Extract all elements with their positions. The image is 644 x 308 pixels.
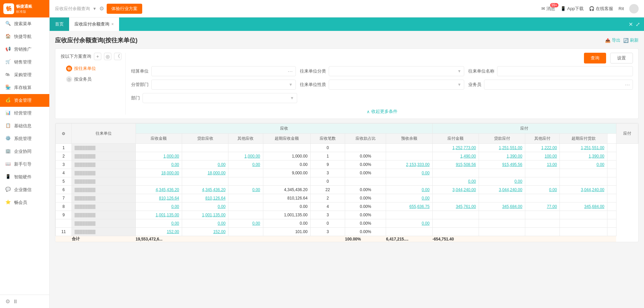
main-content: 应收应付余额查询(按往来单位) 📤 导出 🔄 刷新 按以下方案查询 + ◎ 《 <box>50 31 644 308</box>
sidebar-item-search-menu[interactable]: 🔍 搜索菜单 <box>0 17 49 30</box>
filter-target-btn[interactable]: ◎ <box>104 53 111 60</box>
footer-label: 合计 <box>72 236 136 242</box>
settlement-unit-input[interactable]: ··· <box>151 66 296 76</box>
sidebar-item-base-info[interactable]: 📋 基础信息 <box>0 120 49 132</box>
footer-ys-ratio: 100.00% <box>345 236 386 242</box>
scheme-by-unit[interactable]: 畅 按往来单位 <box>63 64 121 73</box>
salesman-dots[interactable]: ··· <box>625 81 630 88</box>
avatar[interactable] <box>629 4 639 13</box>
salesman-input[interactable]: ··· <box>484 80 633 90</box>
sidebar-item-fund[interactable]: 💰 资金管理 <box>0 94 49 107</box>
table-row: 9████████1,001,135.001,001,135.001,001,1… <box>56 211 638 219</box>
unit-nature-chevron: ▼ <box>457 82 461 87</box>
tab-actions: ✕ ⤢ <box>625 17 644 31</box>
footer-ys-prepay: 6,417,215.... <box>386 236 432 242</box>
table-row: 8████████0.000.000.0040.00%655,636.75345… <box>56 203 638 211</box>
th-extra: 应付 <box>616 124 638 144</box>
th-group-yingfu: 应付 <box>432 124 616 134</box>
table-row: 4████████18,000.0018,000.009,000.0030.00… <box>56 169 638 177</box>
settlement-unit-dots[interactable]: ··· <box>288 68 293 75</box>
refresh-icon: 🔄 <box>623 38 629 43</box>
filter-row-1: 结算单位 ··· 往来单位分类 ▼ 往来单位 <box>131 66 633 76</box>
sidebar-item-quick-nav[interactable]: 🏠 快捷导航 <box>0 30 49 43</box>
query-button[interactable]: 查询 <box>584 53 606 63</box>
table-row: 5████████00.000.00 <box>56 177 638 186</box>
app-download-link[interactable]: 📱 App下载 <box>560 6 584 12</box>
th-settings[interactable]: ⚙ <box>56 124 72 144</box>
table-row: ████████0.000.000.000.0000.00%0.00 <box>56 219 638 228</box>
filter-add-btn[interactable]: + <box>94 53 101 60</box>
sidebar-item-wechat[interactable]: 💬 企业微信 <box>0 183 49 196</box>
th-ys-other: 其他应收 <box>228 134 263 144</box>
tab-balance-query-label: 应收应付余额查询 <box>74 21 109 27</box>
sales-icon: 🛒 <box>5 59 11 65</box>
dept-select[interactable]: ▼ <box>151 80 296 90</box>
collapse-icon[interactable]: ⏸ <box>13 299 18 305</box>
filter-collapse-btn[interactable]: ∧ 收起更多条件 <box>131 106 633 115</box>
filter-row-2: 分管部门 ▼ 往来单位性质 ▼ 业务员 <box>131 80 633 90</box>
online-service-link[interactable]: 🎧 在线客服 <box>589 6 613 12</box>
department-select[interactable]: ▼ <box>143 93 297 103</box>
footer-ys-amount: 19,553,472,6... <box>136 236 182 242</box>
tabbar: 首页 应收应付余额查询 × ✕ ⤢ <box>50 17 644 31</box>
sidebar-item-guide[interactable]: 📖 新手引导 <box>0 158 49 171</box>
table-row: 3████████0.000.000.000.0090.00%2,153,333… <box>56 161 638 169</box>
th-yf-overdue: 超期应付货款 <box>560 134 607 144</box>
user-name[interactable]: Rit <box>619 6 624 11</box>
table-row: 11████████152.00152.00101.0030.00% <box>56 228 638 236</box>
filter-back-btn[interactable]: 《 <box>114 53 121 60</box>
message-badge: 99+ <box>550 3 558 7</box>
sidebar-item-marketing[interactable]: 📢 营销推广 <box>0 43 49 56</box>
th-ys-count: 应收笔数 <box>310 134 345 144</box>
sidebar-item-operation[interactable]: 📊 经营管理 <box>0 107 49 120</box>
unit-category-select[interactable]: ▼ <box>329 66 465 76</box>
filter-dept: 分管部门 ▼ <box>131 80 296 90</box>
table-row: 1████████01,252,773.001,251,551.001,222.… <box>56 144 638 152</box>
filter-unit-category: 往来单位分类 ▼ <box>300 66 465 76</box>
solution-button[interactable]: 体验行业方案 <box>107 4 142 14</box>
tab-close-window-icon[interactable]: ✕ <box>629 21 633 28</box>
filter-department: 部门 ▼ <box>131 93 297 103</box>
settings-button[interactable]: 设置 <box>610 53 633 63</box>
fund-icon: 💰 <box>5 97 11 103</box>
sidebar-item-vip[interactable]: ⭐ 畅会员 <box>0 196 49 209</box>
sidebar-item-purchase[interactable]: 🛍 采购管理 <box>0 69 49 81</box>
table-row: 2████████1,000.001,000.001,000.0010.00%1… <box>56 152 638 161</box>
topbar-gear-icon[interactable]: ⚙ <box>99 5 104 12</box>
page-actions: 📤 导出 🔄 刷新 <box>605 37 639 43</box>
filter-schemes: 畅 按往来单位 ◷ 按业务员 <box>63 64 121 84</box>
filter-area: 按以下方案查询 + ◎ 《 畅 按往来单位 ◷ 按业务员 <box>55 48 639 119</box>
export-button[interactable]: 📤 导出 <box>605 37 621 43</box>
service-icon: 🎧 <box>589 6 594 11</box>
logo-icon: 畅 <box>3 3 14 14</box>
refresh-button[interactable]: 🔄 刷新 <box>623 37 639 43</box>
filter-settlement-unit: 结算单位 ··· <box>131 66 296 76</box>
topbar: 应收应付余额查询 ▼ ⚙ 体验行业方案 ✉ 消息 99+ 📱 App下载 🎧 在… <box>50 0 644 17</box>
filter-header: 按以下方案查询 + ◎ 《 <box>61 53 121 60</box>
unit-name-input[interactable] <box>497 66 633 76</box>
filter-scheme-panel: 按以下方案查询 + ◎ 《 畅 按往来单位 ◷ 按业务员 <box>61 53 126 115</box>
sidebar-item-sales[interactable]: 🛒 销售管理 <box>0 56 49 69</box>
scheme-by-staff-icon: ◷ <box>66 76 72 82</box>
scheme-by-staff[interactable]: ◷ 按业务员 <box>63 75 121 84</box>
topbar-chevron-icon: ▼ <box>93 6 97 11</box>
tab-balance-query[interactable]: 应收应付余额查询 × <box>69 17 119 31</box>
tab-maximize-icon[interactable]: ⤢ <box>636 21 640 28</box>
tab-close-icon[interactable]: × <box>111 22 114 27</box>
app-icon: 📱 <box>560 6 566 11</box>
sidebar-item-smart-hw[interactable]: 📱 智能硬件 <box>0 171 49 183</box>
filter-salesman: 业务员 ··· <box>468 80 633 90</box>
settings-bottom-icon[interactable]: ⚙ <box>5 298 10 305</box>
footer-settings-cell <box>56 236 72 242</box>
page-title: 应收应付余额查询(按往来单位) <box>55 36 138 44</box>
sidebar-item-system[interactable]: ⚙️ 系统管理 <box>0 132 49 145</box>
th-yf-other: 其他应付 <box>525 134 560 144</box>
tab-home[interactable]: 首页 <box>50 17 69 31</box>
unit-nature-select[interactable]: ▼ <box>329 80 465 90</box>
guide-icon: 📖 <box>5 161 11 167</box>
sidebar-item-enterprise[interactable]: 🏢 企业协同 <box>0 145 49 158</box>
message-button[interactable]: ✉ 消息 99+ <box>541 6 555 12</box>
sidebar-item-inventory[interactable]: 🏪 库存核算 <box>0 81 49 94</box>
marketing-icon: 📢 <box>5 46 11 52</box>
sidebar: 畅 畅捷通账 标准版 🔍 搜索菜单 🏠 快捷导航 📢 营销推广 🛒 销售管理 🛍… <box>0 0 50 308</box>
